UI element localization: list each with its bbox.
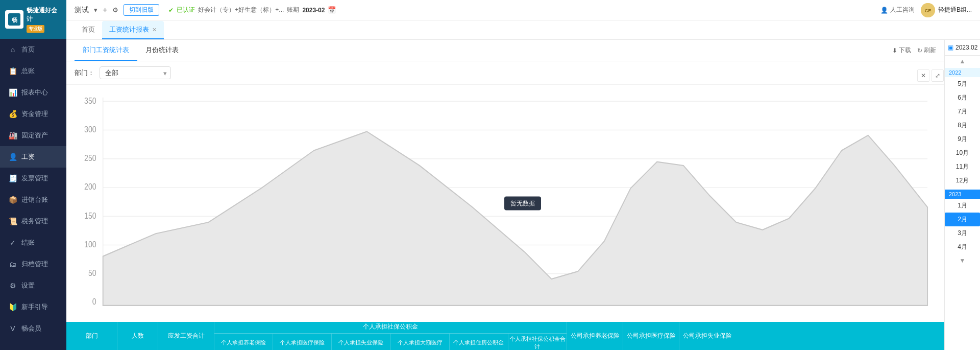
sidebar-item-home[interactable]: ⌂ 首页 [0,39,66,60]
topbar-dropdown[interactable]: ▾ [94,6,97,14]
ledger-icon: 📋 [8,67,17,75]
month-2022-10[interactable]: 10月 [945,146,980,160]
settings-icon: ⚙ [8,282,17,290]
sub-tab-dept-label: 部门工资统计表 [83,46,129,54]
sidebar-item-label: 首页 [21,45,35,54]
svg-text:CE: CE [925,8,932,13]
filter-bar: 部门： 全部 [66,61,944,85]
sidebar-item-settle[interactable]: ✓ 结账 [0,232,66,253]
month-2023-02[interactable]: 2月 [945,213,980,226]
tab-home-label: 首页 [82,25,95,34]
scroll-up-button[interactable]: ▲ [945,56,980,67]
payroll-icon: 👤 [8,153,17,161]
download-icon: ⬇ [892,47,897,54]
month-2023-01[interactable]: 1月 [945,199,980,213]
main-area: 测试 ▾ + ⚙ 切到旧版 ✔ 已认证 好会计（专）+好生意（标）+... 账期… [66,0,980,350]
month-2022-11[interactable]: 11月 [945,160,980,174]
funds-icon: 💰 [8,110,17,118]
sidebar-item-ledger[interactable]: 📋 总账 [0,60,66,82]
svg-text:250: 250 [84,153,96,162]
sidebar-item-archive[interactable]: 🗂 归档管理 [0,253,66,275]
month-2022-09[interactable]: 9月 [945,132,980,146]
svg-text:畅: 畅 [12,17,17,23]
home-icon: ⌂ [8,45,17,54]
settle-icon: ✓ [8,239,17,247]
sidebar-item-label: 工资 [21,152,35,161]
col-personal-housing: 个人承担住房公积金 [450,334,508,351]
sidebar-item-member[interactable]: V 畅会员 [0,318,66,339]
inventory-icon: 📦 [8,196,17,204]
sidebar-item-label: 进销台账 [21,195,48,204]
close-panel-button[interactable]: ✕ [917,69,929,82]
period-label: 账期 [287,6,299,14]
filter-icon: ▣ [948,44,953,51]
month-2022-05[interactable]: 5月 [945,77,980,91]
col-count: 人数 [117,322,158,350]
tab-payroll-report-label: 工资统计报表 [109,25,149,34]
month-2022-06[interactable]: 6月 [945,91,980,105]
col-personal-pension: 个人承担养老保险 [214,334,273,351]
tab-home[interactable]: 首页 [75,21,102,39]
year-2023[interactable]: 2023 [945,190,980,199]
sub-tab-dept[interactable]: 部门工资统计表 [75,40,137,61]
scroll-down-button[interactable]: ▼ [945,255,980,266]
sidebar-item-label: 资金管理 [21,109,48,119]
expand-panel-button[interactable]: ⤢ [932,69,944,82]
col-company-medical: 公司承担医疗保险 [623,322,679,350]
sidebar-item-settings[interactable]: ⚙ 设置 [0,275,66,296]
refresh-icon: ↻ [917,47,922,54]
sub-tab-month[interactable]: 月份统计表 [137,40,187,61]
svg-text:0: 0 [92,297,96,306]
sidebar-item-tax[interactable]: 📜 税务管理 [0,211,66,232]
sidebar-item-funds[interactable]: 💰 资金管理 [0,103,66,125]
sidebar-item-inventory[interactable]: 📦 进销台账 [0,189,66,211]
sidebar-item-invoice[interactable]: 🧾 发票管理 [0,168,66,189]
topbar-right: 👤 人工咨询 CE 轻捷通B组... [880,3,972,17]
sidebar-item-label: 设置 [21,281,35,290]
sidebar-item-assets[interactable]: 🏭 固定资产 [0,125,66,146]
month-2022-12[interactable]: 12月 [945,174,980,188]
assets-icon: 🏭 [8,131,17,139]
year-2023-label: 2023 [949,191,961,197]
tab-payroll-report[interactable]: 工资统计报表 ✕ [102,21,164,39]
sidebar-item-label: 报表中心 [21,88,48,97]
period-value: 2023-02 [302,7,325,14]
svg-text:200: 200 [84,182,96,191]
col-dept: 部门 [66,322,117,350]
month-2023-04[interactable]: 4月 [945,240,980,254]
certified-label: 已认证 [177,6,195,14]
month-2022-08[interactable]: 8月 [945,119,980,132]
chart-container: 350 300 250 200 150 100 50 0 [77,90,934,317]
panel-controls: ✕ ⤢ [917,69,944,82]
switch-version-button[interactable]: 切到旧版 [124,4,159,16]
svg-text:50: 50 [88,268,96,277]
year-2022[interactable]: 2022 [945,68,980,77]
refresh-button[interactable]: ↻ 刷新 [917,46,936,55]
username: 轻捷通B组... [938,6,972,14]
topbar: 测试 ▾ + ⚙ 切到旧版 ✔ 已认证 好会计（专）+好生意（标）+... 账期… [66,0,980,20]
topbar-add-button[interactable]: + [103,6,107,15]
help-button[interactable]: 👤 人工咨询 [880,6,915,14]
accounting-info: 好会计（专）+好生意（标）+... [198,6,284,14]
month-2023-03[interactable]: 3月 [945,226,980,240]
sidebar-item-reports[interactable]: 📊 报表中心 [0,82,66,103]
download-button[interactable]: ⬇ 下载 [892,46,911,55]
calendar-icon[interactable]: 📅 [328,6,336,14]
col-group-personal-cells: 个人承担养老保险 个人承担医疗保险 个人承担失业保险 个人承担大额医疗 个人承担… [214,334,567,351]
svg-text:300: 300 [84,125,96,134]
sidebar-item-guide[interactable]: 🔰 新手引导 [0,296,66,318]
dept-select[interactable]: 全部 [100,66,171,79]
current-period: 2023.02 [955,44,977,51]
sidebar-item-label: 总账 [21,66,35,76]
svg-text:350: 350 [84,96,96,105]
sub-tab-actions: ⬇ 下载 ↻ 刷新 [892,46,936,55]
sidebar-item-payroll[interactable]: 👤 工资 [0,146,66,168]
date-section-2022: 2022 5月 6月 7月 8月 9月 10月 11月 12月 [945,67,980,189]
col-total-salary: 应发工资合计 [158,322,214,350]
user-avatar: CE [921,3,935,17]
month-2022-07[interactable]: 7月 [945,105,980,119]
sidebar-nav: ⌂ 首页 📋 总账 📊 报表中心 💰 资金管理 🏭 固定资产 👤 工资 🧾 发票… [0,39,66,350]
tab-close-icon[interactable]: ✕ [152,27,157,33]
topbar-settings-icon[interactable]: ⚙ [112,6,118,14]
logo-icon: 畅 [5,10,23,29]
